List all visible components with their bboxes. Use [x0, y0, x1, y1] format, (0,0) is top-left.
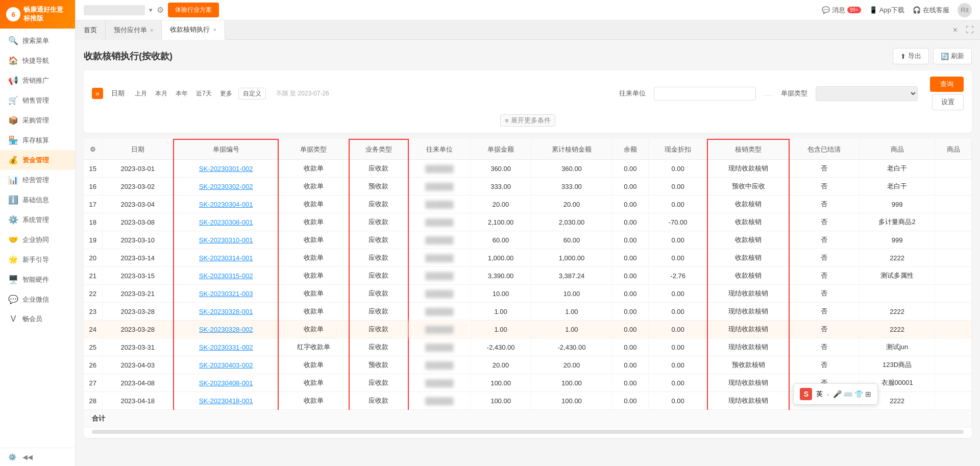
bill-no-link[interactable]: SK-20230314-001	[199, 254, 253, 262]
header-customer-service[interactable]: 🎧 在线客服	[913, 6, 949, 15]
tab-close-window[interactable]: ×	[951, 23, 960, 37]
filter-partner-input[interactable]	[654, 87, 756, 101]
settings-icon[interactable]: ⚙	[90, 145, 96, 153]
filter-search-button[interactable]: 查询	[930, 77, 964, 92]
wechat-icon: 💬	[8, 295, 18, 304]
bill-no-link[interactable]: SK-20230304-001	[199, 201, 253, 208]
sidebar-item-operations[interactable]: 📊 经营管理	[0, 170, 75, 190]
sidebar-item-sales[interactable]: 🛒 销售管理	[0, 90, 75, 110]
tab-maximize-window[interactable]: ⛶	[964, 23, 976, 37]
bill-no-link[interactable]: SK-20230418-001	[199, 397, 253, 405]
header-app-download[interactable]: 📱 App下载	[869, 6, 904, 15]
sidebar-item-purchase[interactable]: 📦 采购管理	[0, 110, 75, 130]
refresh-button[interactable]: 🔄 刷新	[933, 48, 972, 64]
filter-this-month[interactable]: 本月	[153, 88, 169, 99]
table-row: 212023-03-15SK-20230315-002收款单应收款██████3…	[84, 267, 972, 285]
sidebar-nav: 🔍 搜索菜单 🏠 快捷导航 📢 营销推广 🛒 销售管理 📦 采购管理 🏪 库存核…	[0, 29, 75, 448]
operations-icon: 📊	[8, 175, 18, 185]
filter-bill-type-select[interactable]	[816, 86, 918, 101]
header-gear-icon[interactable]: ⚙	[157, 5, 164, 15]
vip-icon: V	[8, 314, 18, 324]
guide-icon: 🌟	[8, 255, 18, 264]
table-scrollbar[interactable]	[92, 430, 964, 434]
industry-solution-button[interactable]: 体验行业方案	[168, 3, 219, 17]
sales-icon: 🛒	[8, 95, 18, 105]
tab-prepay-close[interactable]: ×	[150, 27, 153, 33]
bill-no-link[interactable]: SK-20230315-002	[199, 272, 253, 280]
page-actions: ⬆ 导出 🔄 刷新	[893, 48, 972, 64]
message-icon: 💬	[822, 6, 830, 14]
filter-last-month[interactable]: 上月	[133, 88, 149, 99]
header-dropdown-icon[interactable]: ▾	[149, 6, 153, 14]
filter-more[interactable]: 更多	[218, 88, 234, 99]
col-bill-no: 单据编号	[174, 139, 279, 160]
sidebar-item-quicknav[interactable]: 🏠 快捷导航	[0, 51, 75, 70]
marketing-icon: 📢	[8, 76, 18, 85]
search-icon: 🔍	[8, 36, 18, 45]
sidebar-item-guide[interactable]: 🌟 新手引导	[0, 250, 75, 269]
watermark-mic-icon[interactable]: 🎤	[833, 390, 842, 398]
table-header-row: ⚙ 日期 单据编号 单据类型 业务类型 往来单位 单据金额 累计核销金额 余额 …	[84, 139, 972, 160]
sidebar-item-corp[interactable]: 🤝 企业协同	[0, 230, 75, 250]
col-product1: 商品	[859, 139, 935, 160]
sidebar-label-corp: 企业协同	[22, 235, 49, 244]
tab-home[interactable]: 首页	[76, 20, 106, 40]
filter-this-year[interactable]: 本年	[174, 88, 190, 99]
filter-custom-btn[interactable]: 自定义	[238, 88, 266, 100]
bill-no-link[interactable]: SK-20230403-002	[199, 361, 253, 369]
export-button[interactable]: ⬆ 导出	[893, 48, 929, 64]
sidebar-collapse-icon[interactable]: ◀◀	[22, 453, 33, 461]
sidebar-item-marketing[interactable]: 📢 营销推广	[0, 70, 75, 90]
sidebar-item-vip[interactable]: V 畅会员	[0, 309, 75, 329]
corp-icon: 🤝	[8, 235, 18, 244]
filter-bill-type-label: 单据类型	[781, 89, 807, 98]
watermark-dot: ·	[827, 390, 829, 398]
header-avatar[interactable]: Rit	[958, 3, 972, 17]
sidebar-item-inventory[interactable]: 🏪 库存核算	[0, 130, 75, 150]
header-right: 💬 消息 99+ 📱 App下载 🎧 在线客服 Rit	[822, 3, 972, 17]
bill-no-link[interactable]: SK-20230308-001	[199, 218, 253, 226]
sidebar-label-marketing: 营销推广	[22, 76, 49, 85]
tab-writeoff-close[interactable]: ×	[213, 27, 216, 33]
bill-no-link[interactable]: SK-20230301-002	[199, 165, 253, 173]
sidebar-item-hardware[interactable]: 🖥️ 智能硬件	[0, 269, 75, 289]
tab-writeoff[interactable]: 收款核销执行 ×	[162, 20, 225, 40]
sidebar-label-system: 系统管理	[22, 215, 49, 225]
filter-area: » 日期 上月 本月 本年 近7天 更多 自定义 不限 至 2023-07-26…	[84, 70, 972, 133]
sidebar-item-finance[interactable]: 💰 资金管理	[0, 150, 75, 170]
col-writeoff-type: 核销类型	[707, 139, 789, 160]
watermark-shirt-icon[interactable]: 👕	[854, 390, 863, 398]
sidebar-item-basic[interactable]: ℹ️ 基础信息	[0, 190, 75, 210]
sidebar-item-system[interactable]: ⚙️ 系统管理	[0, 210, 75, 230]
tab-prepay[interactable]: 预付应付单 ×	[106, 20, 162, 40]
col-settings[interactable]: ⚙	[84, 139, 102, 160]
sidebar-item-wechat[interactable]: 💬 企业微信	[0, 289, 75, 309]
sidebar-label-vip: 畅会员	[22, 314, 42, 324]
bill-no-link[interactable]: SK-20230408-001	[199, 379, 253, 387]
filter-toggle-button[interactable]: »	[92, 88, 103, 99]
table-row: 172023-03-04SK-20230304-001收款单应收款██████2…	[84, 195, 972, 213]
watermark-keyboard-icon[interactable]: ⌨️	[844, 390, 852, 398]
filter-date-range: 不限 至 2023-07-26	[274, 89, 611, 98]
col-include-settled: 包含已结清	[789, 139, 859, 160]
bill-no-link[interactable]: SK-20230328-002	[199, 326, 253, 333]
tabs-actions: × ⛶	[951, 23, 980, 37]
bill-no-link[interactable]: SK-20230321-003	[199, 290, 253, 298]
bill-no-link[interactable]: SK-20230310-001	[199, 236, 253, 244]
sidebar-settings-icon[interactable]: ⚙️	[8, 453, 16, 461]
expand-more-button[interactable]: ≡ 展开更多条件	[500, 114, 555, 127]
footer-total-label: 合计	[84, 410, 972, 428]
filter-partner-dots[interactable]: ...	[764, 90, 773, 97]
table-row: 192023-03-10SK-20230310-001收款单应收款██████6…	[84, 231, 972, 249]
bill-no-link[interactable]: SK-20230328-001	[199, 308, 253, 315]
sidebar-label-basic: 基础信息	[22, 195, 49, 205]
filter-settings-button[interactable]: 设置	[932, 94, 964, 110]
header-message[interactable]: 💬 消息 99+	[822, 6, 861, 15]
col-date: 日期	[102, 139, 174, 160]
table-row: 232023-03-28SK-20230328-001收款单应收款██████1…	[84, 303, 972, 321]
sidebar-item-search[interactable]: 🔍 搜索菜单	[0, 31, 75, 51]
bill-no-link[interactable]: SK-20230302-002	[199, 183, 253, 190]
filter-last-7-days[interactable]: 近7天	[194, 88, 214, 99]
bill-no-link[interactable]: SK-20230331-002	[199, 344, 253, 351]
watermark-grid-icon[interactable]: ⊞	[865, 390, 871, 398]
